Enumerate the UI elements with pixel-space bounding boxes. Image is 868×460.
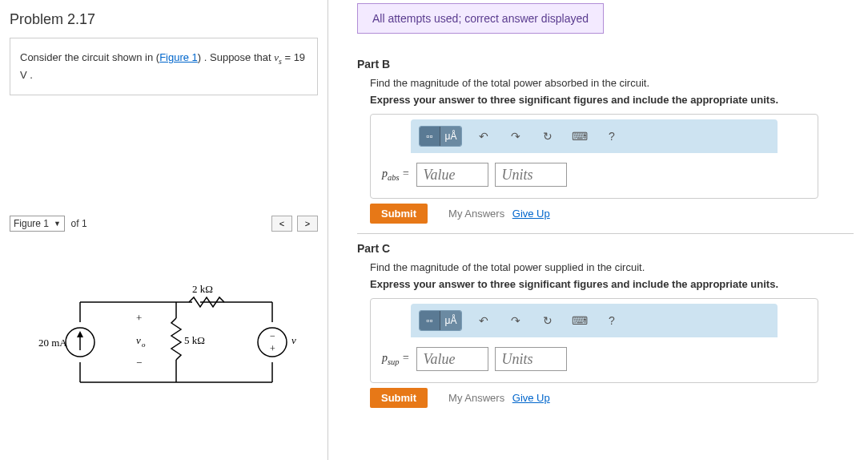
reset-icon[interactable]: ↻ xyxy=(537,127,558,146)
r2-label: 2 kΩ xyxy=(192,283,213,295)
svg-text:o: o xyxy=(142,341,146,349)
problem-prompt: Consider the circuit shown in (Figure 1)… xyxy=(10,38,318,95)
figure-canvas: 20 mA 5 kΩ + v o − 2 kΩ − + v s xyxy=(10,238,318,452)
figure-next-button[interactable]: > xyxy=(297,216,318,232)
reset-icon[interactable]: ↻ xyxy=(537,311,558,330)
problem-title: Problem 2.17 xyxy=(10,11,318,28)
prompt-text: Consider the circuit shown in ( xyxy=(20,51,159,63)
part-c-format: Express your answer to three significant… xyxy=(370,278,854,290)
part-c-var: psup = xyxy=(382,352,410,366)
fraction-icon: ▫▫ xyxy=(420,127,440,146)
part-c-value-input[interactable] xyxy=(416,347,488,371)
part-b-value-input[interactable] xyxy=(416,163,488,187)
part-b-my-answers[interactable]: My Answers xyxy=(448,208,504,220)
template-picker[interactable]: ▫▫ μÅ xyxy=(419,126,462,147)
undo-icon[interactable]: ↶ xyxy=(473,127,494,146)
part-c-giveup-link[interactable]: Give Up xyxy=(512,392,550,404)
svg-text:−: − xyxy=(136,357,142,369)
figure-link[interactable]: Figure 1 xyxy=(159,51,198,63)
redo-icon[interactable]: ↷ xyxy=(505,127,526,146)
units-icon: μÅ xyxy=(440,127,461,146)
figure-select[interactable]: Figure 1 ▼ xyxy=(10,216,65,232)
part-b-label: Part B xyxy=(357,58,854,71)
help-icon[interactable]: ? xyxy=(601,127,622,146)
current-source-label: 20 mA xyxy=(38,337,67,349)
redo-icon[interactable]: ↷ xyxy=(505,311,526,330)
figure-of-label: of 1 xyxy=(71,218,87,229)
part-b-instruction: Find the magnitude of the total power ab… xyxy=(370,77,854,89)
part-b-toolbar: ▫▫ μÅ ↶ ↷ ↻ ⌨ ? xyxy=(411,119,778,153)
part-b-submit-button[interactable]: Submit xyxy=(370,204,428,224)
keyboard-icon[interactable]: ⌨ xyxy=(569,127,590,146)
svg-text:v: v xyxy=(136,334,141,346)
prompt-suffix: ) . Suppose that xyxy=(198,51,274,63)
template-picker[interactable]: ▫▫ μÅ xyxy=(419,310,462,331)
part-c-answer-box: ▫▫ μÅ ↶ ↷ ↻ ⌨ ? psup = xyxy=(370,298,818,383)
r1-label: 5 kΩ xyxy=(184,334,205,346)
fraction-icon: ▫▫ xyxy=(420,311,440,330)
part-c-label: Part C xyxy=(357,242,854,255)
part-b-giveup-link[interactable]: Give Up xyxy=(512,208,550,220)
part-b-units-input[interactable] xyxy=(495,163,567,187)
part-c-units-input[interactable] xyxy=(495,347,567,371)
svg-text:v: v xyxy=(291,334,296,346)
figure-select-label: Figure 1 xyxy=(14,218,49,229)
chevron-down-icon: ▼ xyxy=(54,220,61,228)
units-icon: μÅ xyxy=(440,311,461,330)
keyboard-icon[interactable]: ⌨ xyxy=(569,311,590,330)
undo-icon[interactable]: ↶ xyxy=(473,311,494,330)
part-c-my-answers[interactable]: My Answers xyxy=(448,392,504,404)
help-icon[interactable]: ? xyxy=(601,311,622,330)
svg-text:−: − xyxy=(270,330,275,341)
part-b-var: pabs = xyxy=(382,167,410,182)
divider xyxy=(357,233,854,234)
svg-text:+: + xyxy=(136,312,142,324)
part-c-toolbar: ▫▫ μÅ ↶ ↷ ↻ ⌨ ? xyxy=(411,304,778,337)
status-banner: All attempts used; correct answer displa… xyxy=(357,3,604,34)
part-b-answer-box: ▫▫ μÅ ↶ ↷ ↻ ⌨ ? pabs = xyxy=(370,114,818,199)
part-b-format: Express your answer to three significant… xyxy=(370,94,854,106)
part-c-instruction: Find the magnitude of the total power su… xyxy=(370,261,854,273)
figure-prev-button[interactable]: < xyxy=(271,216,292,232)
part-c-submit-button[interactable]: Submit xyxy=(370,388,428,408)
svg-text:+: + xyxy=(270,343,275,354)
